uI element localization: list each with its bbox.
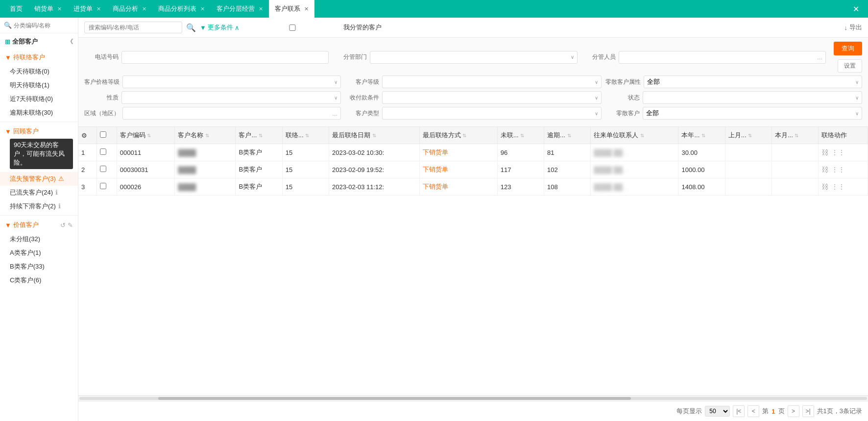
my-customers-checkbox-label[interactable]: 我分管的客户 [243,23,382,32]
cell-last-method-0[interactable]: 下销货单 [419,144,497,161]
select-all-checkbox[interactable] [100,131,106,138]
action-link-icon-2[interactable]: ⛓ [821,183,828,191]
cell-last-date-0: 2023-03-02 10:30: [329,144,419,161]
collapse-icon[interactable]: 《 [67,38,73,46]
col-last-date[interactable]: 最后联络日期 ⇅ [329,127,419,144]
col-this-year[interactable]: 本年... ⇅ [678,127,725,144]
sidebar-item-churned[interactable]: 已流失客户(24) ℹ [0,186,78,199]
sidebar-search-input[interactable] [14,22,78,29]
refresh-icon[interactable]: ↺ [60,222,66,229]
retail-attr-select[interactable]: 全部 ∨ [644,75,862,88]
section-value-customers[interactable]: ▼ 价值客户 ↺ ✎ [0,218,78,232]
query-button[interactable]: 查询 [834,42,862,55]
col-last-method[interactable]: 最后联络方式 ⇅ [419,127,497,144]
cell-this-month-1 [772,161,818,178]
sidebar-item-overdue[interactable]: 逾期未联络(30) [0,106,78,120]
settings-button[interactable]: 设置 [838,59,862,73]
payment-arrow-icon: ∨ [595,95,598,100]
my-customers-checkbox[interactable] [243,25,341,31]
col-this-month[interactable]: 本月... ⇅ [772,127,818,144]
sidebar-item-class-b[interactable]: B类客户(33) [0,260,78,273]
cell-last-method-2[interactable]: 下销货单 [419,178,497,196]
last-page-button[interactable]: >| [802,405,814,417]
close-product-analysis-icon[interactable]: ✕ [142,0,146,18]
region-more-icon: ... [332,110,338,117]
section-review-customers[interactable]: ▼ 回顾客户 [0,124,78,139]
region-select[interactable]: ... [122,107,341,120]
cell-checkbox-0[interactable] [97,144,117,161]
nav-product-list[interactable]: 商品分析列表 ✕ [152,0,211,18]
col-name[interactable]: 客户名称 ⇅ [175,127,236,144]
nav-purchase[interactable]: 进货单 ✕ [68,0,107,18]
status-select[interactable]: ∨ [643,91,862,104]
nature-select[interactable]: ∨ [121,91,341,104]
col-type[interactable]: 客户... ⇅ [236,127,282,144]
search-button[interactable]: 🔍 [186,23,196,32]
col-contact2[interactable]: 往来单位联系人 ⇅ [591,127,678,144]
col-overdue[interactable]: 逾期... ⇅ [544,127,591,144]
horizontal-scrollbar[interactable] [78,395,868,401]
close-sales-icon[interactable]: ✕ [57,0,62,18]
window-close-button[interactable]: ✕ [848,4,864,14]
col-checkbox[interactable] [97,127,117,144]
col-settings[interactable]: ⚙ [78,127,97,144]
dept-select[interactable]: ∨ [370,51,577,64]
nav-product-analysis[interactable]: 商品分析 ✕ [107,0,152,18]
sidebar-item-ungrouped[interactable]: 未分组(32) [0,232,78,246]
filter-more-button[interactable]: ▼ 更多条件 ∧ [200,23,240,32]
next-page-button[interactable]: > [788,405,799,417]
close-purchase-icon[interactable]: ✕ [96,0,101,18]
col-contact[interactable]: 联络... ⇅ [282,127,329,144]
sort-contact-icon: ⇅ [305,133,309,138]
sidebar-item-churn-warning[interactable]: 流失预警客户(3) ⚠ [0,172,78,186]
nav-customer-segment[interactable]: 客户分层经营 ✕ [211,0,269,18]
nav-customer-contact[interactable]: 客户联系 ✕ [269,0,314,18]
scrollbar-thumb[interactable] [158,397,631,400]
col-uncontacted[interactable]: 未联... ⇅ [497,127,544,144]
cell-checkbox-1[interactable] [97,161,117,178]
phone-input[interactable] [121,51,329,64]
action-menu-icon-0[interactable]: ⋮⋮ [831,149,845,156]
sidebar-item-class-a[interactable]: A类客户(1) [0,246,78,260]
close-customer-contact-icon[interactable]: ✕ [304,0,309,18]
action-menu-icon-1[interactable]: ⋮⋮ [831,166,845,173]
manager-select[interactable]: ... [619,51,826,64]
col-code[interactable]: 客户编码 ⇅ [117,127,175,144]
action-link-icon-0[interactable]: ⛓ [821,149,828,156]
sidebar-item-class-c[interactable]: C类客户(6) [0,273,78,287]
cell-uncontacted-1: 117 [497,161,544,178]
per-page-select[interactable]: 50 100 [705,406,730,417]
price-level-select[interactable]: ∨ [122,75,341,88]
pagination: 每页显示 50 100 |< < 第 1 页 > >| 共1页，3条记录 [78,401,868,421]
customer-type-select[interactable]: ∨ [382,107,602,120]
sidebar-item-tomorrow[interactable]: 明天待联络(1) [0,78,78,92]
sidebar-item-declining[interactable]: 持续下滑客户(2) ℹ [0,199,78,213]
col-last-month[interactable]: 上月... ⇅ [725,127,772,144]
section-pending-contact[interactable]: ▼ 待联络客户 [0,50,78,65]
sidebar-item-today[interactable]: 今天待联络(0) [0,65,78,78]
nav-home[interactable]: 首页 [4,0,28,18]
export-button[interactable]: ↓ 导出 [844,23,863,32]
payment-select[interactable]: ∨ [382,91,602,104]
search-input[interactable] [84,22,182,33]
cell-code-0: 000011 [117,144,175,161]
cell-type-0: B类客户 [236,144,282,161]
cell-last-method-1[interactable]: 下销货单 [419,161,497,178]
action-link-icon-1[interactable]: ⛓ [821,166,828,173]
sort-last-date-icon: ⇅ [372,133,376,138]
close-product-list-icon[interactable]: ✕ [200,0,205,18]
retail-customer-select[interactable]: 全部 ∨ [643,107,862,120]
prev-page-button[interactable]: < [747,405,759,417]
per-page-label: 每页显示 [676,407,702,416]
nav-sales[interactable]: 销货单 ✕ [28,0,68,18]
customer-level-select[interactable]: ∨ [382,75,602,88]
edit-icon[interactable]: ✎ [68,222,73,229]
scrollbar-track [79,397,867,400]
first-page-button[interactable]: |< [733,405,745,417]
cell-checkbox-2[interactable] [97,178,117,196]
sidebar: 🔍 ⊞ 全部客户 《 ▼ 待联络客户 今天待联络(0) 明天待联络(1) 近7天… [0,18,78,421]
action-menu-icon-2[interactable]: ⋮⋮ [831,183,845,191]
close-customer-segment-icon[interactable]: ✕ [259,0,263,18]
filter-row-1: 电话号码 分管部门 ∨ 分管人员 ... [84,42,862,73]
sidebar-item-7days[interactable]: 近7天待联络(0) [0,92,78,106]
